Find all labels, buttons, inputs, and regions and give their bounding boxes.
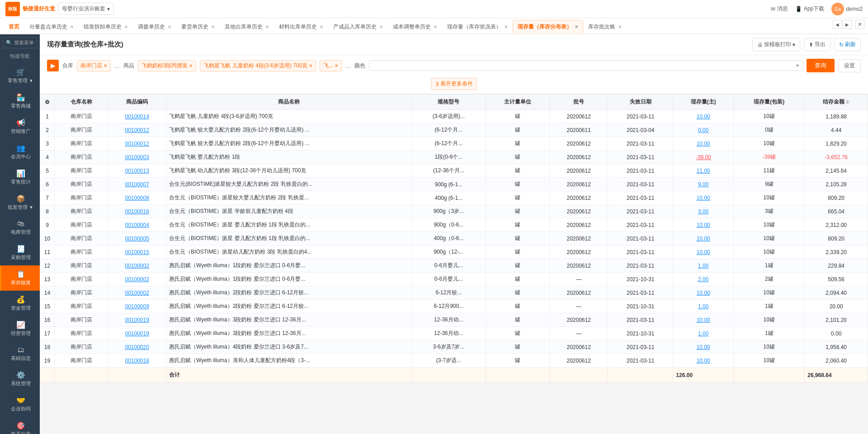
- tab-inv-status[interactable]: 现存量（库存状况表） ✕: [442, 20, 513, 33]
- qty-main-link[interactable]: 9.00: [698, 181, 708, 188]
- sidebar-item-operations[interactable]: 📈 经营管理: [0, 316, 40, 341]
- qty-main-link[interactable]: 10.00: [697, 195, 710, 201]
- qty-main-link[interactable]: 0.00: [698, 127, 708, 133]
- tab-unpack[interactable]: 组装拆卸单历史 ✕: [79, 20, 133, 33]
- sidebar-item-retail-stats[interactable]: 📊 零售统计: [0, 165, 40, 190]
- qty-main-link[interactable]: 10.00: [697, 344, 710, 350]
- product-code-link[interactable]: 00100013: [125, 168, 149, 174]
- product-code-link[interactable]: 00100002: [125, 290, 149, 296]
- tab-other-out[interactable]: 其他出库单历史 ✕: [220, 20, 274, 33]
- close-icon[interactable]: ✕: [618, 24, 622, 29]
- product-code-link[interactable]: 00100009: [125, 303, 149, 310]
- th-settings[interactable]: ⚙: [40, 94, 55, 110]
- filter-toggle-btn[interactable]: ▶: [47, 60, 59, 71]
- product-more-btn[interactable]: ...: [345, 62, 351, 69]
- close-icon[interactable]: ✕: [211, 24, 215, 29]
- product-code-link[interactable]: 00100016: [125, 208, 149, 215]
- sidebar-item-retail[interactable]: 🛒 零售管理 ▼: [0, 63, 40, 89]
- close-icon[interactable]: ✕: [104, 63, 107, 68]
- qty-main-link[interactable]: 10.00: [697, 249, 710, 255]
- sidebar-item-inventory[interactable]: 📋 库存核算: [0, 265, 40, 291]
- sidebar-item-guide[interactable]: 🎯 新手引导: [0, 417, 40, 434]
- close-icon[interactable]: ✕: [504, 24, 508, 29]
- sidebar-item-enterprise[interactable]: 🤝 企业协同: [0, 392, 40, 417]
- product-code-link[interactable]: 00100003: [125, 154, 149, 160]
- product-code-link[interactable]: 00100002: [125, 276, 149, 283]
- sidebar-item-retail-shop[interactable]: 🏪 零售商城: [0, 89, 40, 114]
- close-icon[interactable]: ✕: [70, 24, 74, 29]
- sidebar-item-member[interactable]: 👥 会员中心: [0, 139, 40, 165]
- product-code-link[interactable]: 00100007: [125, 181, 149, 188]
- qty-main-link[interactable]: 10.00: [697, 222, 710, 228]
- close-icon[interactable]: ✕: [265, 24, 269, 29]
- tab-product-in[interactable]: 产成品入库单历史 ✕: [328, 20, 388, 33]
- tab-scroll-right-btn[interactable]: ▶: [843, 20, 852, 29]
- warehouse-more-btn[interactable]: ...: [114, 62, 120, 69]
- close-icon[interactable]: ✕: [434, 24, 437, 29]
- product-code-link[interactable]: 00100008: [125, 195, 149, 201]
- app-download-btn[interactable]: 📱 App下载: [795, 5, 824, 13]
- refresh-btn[interactable]: ↻ 刷新: [834, 38, 861, 51]
- product-code-link[interactable]: 00100004: [125, 222, 149, 228]
- qty-main-link[interactable]: 10.00: [697, 141, 710, 147]
- product-code-link[interactable]: 00100019: [125, 330, 149, 337]
- close-icon[interactable]: ✕: [320, 24, 323, 29]
- tab-batch-voucher[interactable]: 库存批次账 ✕: [583, 20, 627, 33]
- expand-more-btn[interactable]: ⊻ 展开更多条件: [431, 78, 477, 90]
- product-code-link[interactable]: 00100014: [125, 113, 149, 120]
- product-code-link[interactable]: 00100020: [125, 344, 149, 350]
- qty-main-link[interactable]: 10.00: [697, 290, 710, 296]
- close-icon[interactable]: ✕: [124, 24, 128, 29]
- qty-main-link[interactable]: 1.00: [698, 263, 708, 269]
- qty-main-link[interactable]: 10.00: [697, 236, 710, 242]
- warehouse-tag-nanan[interactable]: 南岸门店 ✕: [77, 60, 111, 71]
- product-tag-2[interactable]: 飞鹤星飞帆 儿童奶粉 4段(3-6岁适用) 700克 ✕: [200, 60, 316, 71]
- sidebar-item-finance[interactable]: 💰 资金管理: [0, 291, 40, 316]
- sidebar-item-purchase[interactable]: 🧾 采购管理: [0, 240, 40, 265]
- user-area[interactable]: Ea demo2: [831, 3, 863, 15]
- tab-request[interactable]: 要货单历史 ✕: [176, 20, 220, 33]
- sidebar-item-basic[interactable]: 🗂 基础信息: [0, 341, 40, 366]
- qty-main-link[interactable]: 11.00: [697, 168, 710, 174]
- close-icon[interactable]: ✕: [309, 63, 312, 68]
- tab-home[interactable]: 首页: [4, 20, 24, 33]
- qty-main-link[interactable]: 2.00: [698, 276, 708, 283]
- account-selector[interactable]: 母婴行业演示账套 ▾: [58, 3, 114, 15]
- query-btn[interactable]: 查询: [807, 59, 835, 72]
- template-print-btn[interactable]: 🖨 按模板打印 ▾: [752, 38, 800, 51]
- sidebar-item-ecommerce[interactable]: 🛍 电商管理: [0, 215, 40, 240]
- tab-inv-distribution[interactable]: 现存量（库存分布表） ✕: [513, 20, 583, 33]
- sidebar-item-system[interactable]: ⚙️ 系统管理: [0, 366, 40, 392]
- tab-material-out[interactable]: 材料出库单历史 ✕: [274, 20, 328, 33]
- product-tag-3[interactable]: 飞... ✕: [320, 60, 342, 71]
- qty-main-link[interactable]: 10.00: [697, 358, 710, 364]
- close-icon[interactable]: ✕: [575, 24, 578, 29]
- info-icon[interactable]: ①: [845, 99, 849, 104]
- settings-btn[interactable]: 设置: [838, 59, 861, 72]
- qty-main-link[interactable]: 10.00: [697, 113, 710, 120]
- quick-nav-btn[interactable]: 快捷导航: [0, 51, 40, 63]
- product-code-link[interactable]: 00100012: [125, 141, 149, 147]
- close-icon[interactable]: ✕: [379, 24, 383, 29]
- tab-close-all-btn[interactable]: ✕: [855, 20, 864, 29]
- product-code-link[interactable]: 00100015: [125, 249, 149, 255]
- qty-main-link[interactable]: 10.00: [697, 317, 710, 323]
- tab-pick[interactable]: 调拨单历史 ✕: [133, 20, 176, 33]
- close-icon[interactable]: ✕: [335, 63, 338, 68]
- search-menu-btn[interactable]: 🔍 搜索菜单: [3, 37, 37, 48]
- product-tag-1[interactable]: 飞鹤奶粉3段丙摆装 ✕: [138, 60, 197, 71]
- qty-main-link[interactable]: 1.00: [698, 303, 708, 310]
- product-code-link[interactable]: 00100002: [125, 263, 149, 269]
- color-dropdown[interactable]: ▾: [369, 60, 803, 71]
- product-code-link[interactable]: 00100005: [125, 236, 149, 242]
- sidebar-item-marketing[interactable]: 📢 营销推广: [0, 114, 40, 139]
- qty-main-link[interactable]: 1.00: [698, 330, 708, 337]
- product-code-link[interactable]: 00100012: [125, 127, 149, 133]
- qty-main-link[interactable]: 3.00: [698, 208, 708, 215]
- close-icon[interactable]: ✕: [189, 63, 193, 68]
- tab-cost-adjust[interactable]: 成本调整单历史 ✕: [388, 20, 442, 33]
- export-btn[interactable]: ⬆ 导出: [804, 38, 830, 51]
- sidebar-item-wholesale[interactable]: 📦 批发管理 ▼: [0, 190, 40, 215]
- qty-main-link[interactable]: -39.00: [696, 154, 711, 160]
- message-btn[interactable]: ✉ 消息: [771, 5, 788, 13]
